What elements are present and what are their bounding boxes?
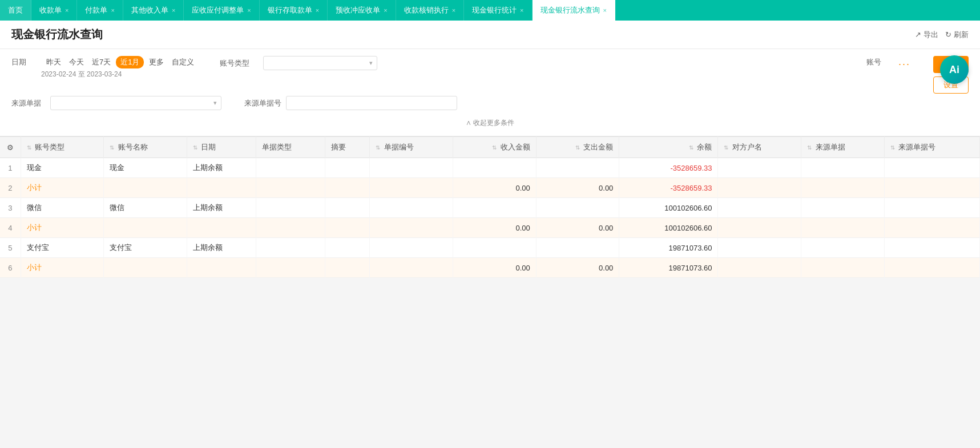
table-head: ⚙ ⇅ 账号类型 ⇅ 账号名称 ⇅ 日期 单据类型 摘要 <box>0 137 980 158</box>
table-cell <box>325 198 370 218</box>
table-cell: 支付宝 <box>21 238 104 258</box>
account-type-label: 账号类型 <box>220 58 254 68</box>
table-cell <box>801 178 885 198</box>
table-cell <box>256 258 325 278</box>
table-cell: -3528659.33 <box>619 178 718 198</box>
close-icon-payment[interactable]: × <box>111 7 114 14</box>
table-cell <box>718 198 801 218</box>
table-cell <box>104 258 187 278</box>
th-balance[interactable]: ⇅ 余额 <box>619 137 718 158</box>
table-cell <box>801 158 885 178</box>
th-source-doc-num[interactable]: ⇅ 来源单据号 <box>884 137 979 158</box>
nav-item-pre-receipt[interactable]: 预收冲应收单× <box>328 0 396 21</box>
table-cell: 小计 <box>21 218 104 238</box>
table-cell: 现金 <box>104 158 187 178</box>
table-cell <box>884 258 979 278</box>
nav-item-write-off[interactable]: 收款核销执行× <box>396 0 464 21</box>
date-opt-yesterday[interactable]: 昨天 <box>43 56 64 68</box>
table-cell: 上期余额 <box>187 198 256 218</box>
close-icon-bank-deposit[interactable]: × <box>316 7 319 14</box>
source-doc-num-input[interactable] <box>286 96 457 110</box>
th-account-name[interactable]: ⇅ 账号名称 <box>104 137 187 158</box>
table-cell: 0.00 <box>453 258 537 278</box>
table-cell: 现金 <box>21 158 104 178</box>
th-expense[interactable]: ⇅ 支出金额 <box>536 137 619 158</box>
table-cell: 小计 <box>21 258 104 278</box>
th-counterpart[interactable]: ⇅ 对方户名 <box>718 137 801 158</box>
table-cell <box>370 238 453 258</box>
sort-icon-account-name: ⇅ <box>110 144 114 151</box>
close-icon-ar-ap-adjust[interactable]: × <box>247 7 251 14</box>
table-cell: 1 <box>0 158 21 178</box>
table-row: 1现金现金上期余额-3528659.33 <box>0 158 980 178</box>
refresh-icon: ↻ <box>945 30 951 39</box>
close-icon-cash-stats[interactable]: × <box>520 7 523 14</box>
collapse-row[interactable]: ∧ 收起更多条件 <box>11 116 969 131</box>
date-section: 日期 昨天 今天 近7天 近1月 更多 自定义 2023-02-24 至 202… <box>11 56 197 79</box>
table-cell <box>884 178 979 198</box>
close-icon-write-off[interactable]: × <box>452 7 455 14</box>
date-opt-1month[interactable]: 近1月 <box>116 56 144 68</box>
source-doc-select-wrapper <box>50 96 221 110</box>
table-cell: 上期余额 <box>187 238 256 258</box>
account-type-section: 账号类型 <box>220 56 844 70</box>
table-cell: 100102606.60 <box>619 198 718 218</box>
th-gear[interactable]: ⚙ <box>0 137 21 158</box>
nav-item-home[interactable]: 首页 <box>0 0 31 21</box>
th-income[interactable]: ⇅ 收入金额 <box>453 137 537 158</box>
table-cell <box>718 178 801 198</box>
th-account-type[interactable]: ⇅ 账号类型 <box>21 137 104 158</box>
date-opt-7days[interactable]: 近7天 <box>89 56 114 68</box>
nav-item-ar-ap-adjust[interactable]: 应收应付调整单× <box>184 0 259 21</box>
table-cell <box>370 258 453 278</box>
table-cell: 4 <box>0 218 21 238</box>
export-button[interactable]: ↗ 导出 <box>915 30 938 40</box>
close-icon-other-income[interactable]: × <box>172 7 175 14</box>
nav-item-receipt[interactable]: 收款单× <box>31 0 77 21</box>
th-doc-num[interactable]: ⇅ 单据编号 <box>370 137 453 158</box>
table-cell <box>325 238 370 258</box>
table-cell <box>256 218 325 238</box>
source-doc-select[interactable] <box>50 96 221 110</box>
close-icon-receipt[interactable]: × <box>65 7 68 14</box>
account-type-select-wrapper <box>263 56 377 70</box>
close-icon-pre-receipt[interactable]: × <box>384 7 387 14</box>
table-cell: 微信 <box>104 198 187 218</box>
nav-item-bank-deposit[interactable]: 银行存取款单× <box>260 0 328 21</box>
nav-item-other-income[interactable]: 其他收入单× <box>123 0 184 21</box>
table-cell <box>104 218 187 238</box>
nav-item-cash-flow[interactable]: 现金银行流水查询× <box>533 0 615 21</box>
sort-icon-expense: ⇅ <box>575 144 580 151</box>
table-cell: 0.00 <box>453 178 537 198</box>
sort-icon-doc-num: ⇅ <box>376 144 380 151</box>
sort-icon-source-doc: ⇅ <box>807 144 812 151</box>
source-doc-label: 来源单据 <box>11 98 46 108</box>
th-doc-type: 单据类型 <box>256 137 325 158</box>
source-doc-num-label: 来源单据号 <box>244 98 281 108</box>
th-source-doc[interactable]: ⇅ 来源单据 <box>801 137 885 158</box>
ai-badge[interactable]: Ai <box>940 55 969 84</box>
table-cell <box>884 198 979 218</box>
table-cell: 小计 <box>21 178 104 198</box>
date-label: 日期 <box>11 57 34 67</box>
table-cell: 5 <box>0 238 21 258</box>
table-cell <box>801 218 885 238</box>
date-opt-more[interactable]: 更多 <box>146 56 167 68</box>
date-opt-custom[interactable]: 自定义 <box>169 56 197 68</box>
table-cell <box>187 218 256 238</box>
account-type-select[interactable] <box>263 56 377 70</box>
account-dots[interactable]: ... <box>898 56 910 68</box>
close-icon-cash-flow[interactable]: × <box>603 7 607 14</box>
refresh-button[interactable]: ↻ 刷新 <box>945 30 969 40</box>
nav-item-payment[interactable]: 付款单× <box>77 0 123 21</box>
account-section: 账号 ... <box>866 56 910 68</box>
table-row: 3微信微信上期余额100102606.60 <box>0 198 980 218</box>
data-table: ⚙ ⇅ 账号类型 ⇅ 账号名称 ⇅ 日期 单据类型 摘要 <box>0 136 980 278</box>
export-icon: ↗ <box>915 30 921 39</box>
th-date[interactable]: ⇅ 日期 <box>187 137 256 158</box>
sort-icon-source-doc-num: ⇅ <box>890 144 895 151</box>
table-cell <box>370 218 453 238</box>
nav-item-cash-stats[interactable]: 现金银行统计× <box>464 0 532 21</box>
date-opt-today[interactable]: 今天 <box>66 56 87 68</box>
table-cell <box>370 198 453 218</box>
